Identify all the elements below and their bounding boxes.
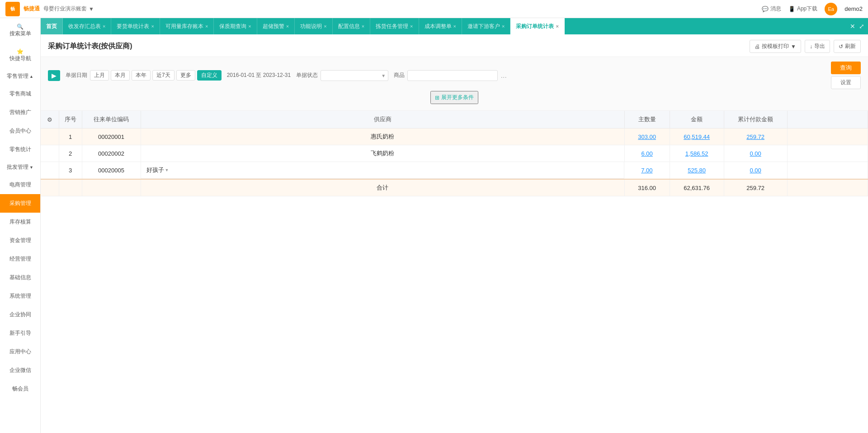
top-bar-right: 💬 消息 📱 App下载 Ea demo2 — [762, 3, 863, 15]
expand-more-icon: ⊞ — [435, 95, 439, 101]
message-button[interactable]: 💬 消息 — [762, 5, 781, 13]
refresh-label: 刷新 — [845, 43, 856, 50]
search-button[interactable]: 查询 — [831, 62, 861, 74]
footer-label: 合计 — [141, 179, 624, 196]
sidebar-item-finance[interactable]: 资金管理 — [0, 231, 40, 250]
sidebar-item-ecommerce[interactable]: 电商管理 — [0, 176, 40, 194]
goods-filter-item: 商品 … — [394, 70, 507, 81]
tab-invite-downstream-close[interactable]: × — [502, 24, 505, 29]
col-settings-header[interactable]: ⚙ — [41, 111, 59, 128]
print-arrow-icon: ▼ — [791, 43, 796, 50]
sidebar-item-retail-shop[interactable]: 零售商城 — [0, 85, 40, 103]
date-shortcut-more[interactable]: 更多 — [176, 70, 195, 81]
sidebar-item-basic[interactable]: 基础信息 — [0, 268, 40, 287]
tab-purchase-stats[interactable]: 要货单统计表 × — [111, 18, 160, 34]
export-button[interactable]: ↓ 导出 — [805, 40, 830, 53]
print-button[interactable]: 🖨 按模板打印 ▼ — [750, 40, 801, 53]
sidebar-item-retail[interactable]: 零售管理 ▲ — [0, 68, 40, 85]
row2-code: 00020002 — [82, 145, 141, 162]
workspace-selector[interactable]: 母婴行业演示账套 ▼ — [43, 5, 94, 13]
tab-invite-downstream[interactable]: 邀请下游客户 × — [462, 18, 510, 34]
tab-config[interactable]: 配置信息 × — [333, 18, 370, 34]
col-amount-header: 金额 — [670, 111, 724, 128]
nav-tab-actions: ✕ ⤢ — [846, 23, 868, 30]
goods-more-button[interactable]: … — [500, 72, 507, 79]
sidebar-item-member[interactable]: 会员中心 — [0, 122, 40, 140]
goods-filter-label: 商品 — [394, 71, 405, 79]
date-custom-button[interactable]: 自定义 — [197, 70, 222, 81]
tab-cost-adjust-close[interactable]: × — [453, 24, 456, 29]
sidebar-item-marketing[interactable]: 营销推广 — [0, 103, 40, 122]
top-bar: 畅 畅捷通 母婴行业演示账套 ▼ 💬 消息 📱 App下载 Ea demo2 — [0, 0, 868, 18]
tab-inventory-account[interactable]: 可用量库存账本 × — [160, 18, 214, 34]
user-avatar[interactable]: Ea — [825, 3, 837, 15]
tab-function-desc-close[interactable]: × — [324, 24, 326, 29]
tab-receive-summary[interactable]: 收发存汇总表 × — [63, 18, 111, 34]
sidebar-item-appcenter[interactable]: 应用中心 — [0, 343, 40, 361]
page-title: 采购订单统计表(按供应商) — [48, 42, 132, 51]
sidebar-item-search[interactable]: 🔍 搜索菜单 — [0, 18, 40, 43]
footer-settings — [41, 179, 59, 196]
tab-inventory-account-close[interactable]: × — [205, 24, 208, 29]
sidebar-item-wholesale[interactable]: 批发管理 ▼ — [0, 159, 40, 176]
expand-more-label: 展开更多条件 — [441, 94, 474, 101]
tab-pick-task[interactable]: 拣货任务管理 × — [370, 18, 419, 34]
row2-index: 2 — [59, 145, 82, 162]
app-download-button[interactable]: 📱 App下载 — [788, 5, 817, 13]
expand-more-button[interactable]: ⊞ 展开更多条件 — [430, 91, 478, 104]
sidebar-item-operations[interactable]: 经营管理 — [0, 250, 40, 268]
tab-function-desc[interactable]: 功能说明 × — [295, 18, 332, 34]
col-qty-header: 主数量 — [624, 111, 670, 128]
nav-tabs: 首页 收发存汇总表 × 要货单统计表 × 可用量库存账本 × 保质期查询 × 超… — [41, 18, 868, 34]
sidebar-item-shortcut[interactable]: ⭐ 快捷导航 — [0, 43, 40, 68]
sidebar-item-inventory[interactable]: 库存核算 — [0, 213, 40, 231]
close-all-tabs-icon[interactable]: ✕ — [850, 23, 855, 30]
row1-code: 00020001 — [82, 128, 141, 145]
refresh-button[interactable]: ↺ 刷新 — [834, 40, 861, 53]
sidebar-item-wechat[interactable]: 企业微信 — [0, 361, 40, 380]
sidebar-item-vip[interactable]: 畅会员 — [0, 380, 40, 398]
date-shortcut-last-month[interactable]: 上月 — [90, 70, 109, 81]
date-shortcut-7days[interactable]: 近7天 — [152, 70, 175, 81]
tab-overstock-close[interactable]: × — [286, 24, 289, 29]
table-settings-icon[interactable]: ⚙ — [47, 116, 52, 123]
tab-purchase-order-stats-close[interactable]: × — [556, 24, 558, 29]
tab-receive-summary-label: 收发存汇总表 — [68, 23, 101, 30]
row3-index: 3 — [59, 162, 82, 180]
tab-warranty[interactable]: 保质期查询 × — [214, 18, 257, 34]
tab-warranty-close[interactable]: × — [248, 24, 251, 29]
sidebar-item-purchase[interactable]: 采购管理 — [0, 194, 40, 213]
filter-toggle-button[interactable]: ▶ — [48, 70, 60, 81]
date-shortcuts-group: 上月 本月 本年 近7天 更多 自定义 — [90, 70, 222, 81]
filter-row-1: ▶ 单据日期 上月 本月 本年 近7天 更多 自定义 2016-0 — [48, 62, 861, 89]
row3-extra — [787, 162, 868, 180]
tab-purchase-stats-close[interactable]: × — [151, 24, 154, 29]
sidebar-item-enterprise[interactable]: 企业协同 — [0, 305, 40, 324]
maximize-icon[interactable]: ⤢ — [859, 23, 864, 30]
goods-filter-input[interactable] — [407, 70, 498, 81]
page-content: 采购订单统计表(按供应商) 🖨 按模板打印 ▼ ↓ 导出 ↺ 刷新 — [41, 34, 868, 433]
tab-cost-adjust[interactable]: 成本调整单 × — [419, 18, 462, 34]
date-shortcut-this-month[interactable]: 本月 — [111, 70, 130, 81]
top-bar-left: 畅 畅捷通 母婴行业演示账套 ▼ — [5, 2, 94, 16]
settings-button[interactable]: 设置 — [831, 76, 861, 89]
tab-receive-summary-close[interactable]: × — [103, 24, 105, 29]
tab-pick-task-close[interactable]: × — [410, 24, 413, 29]
tab-purchase-order-stats[interactable]: 采购订单统计表 × — [510, 18, 564, 34]
search-actions: 查询 设置 — [831, 62, 861, 89]
tab-purchase-stats-label: 要货单统计表 — [117, 23, 149, 30]
content-area: 首页 收发存汇总表 × 要货单统计表 × 可用量库存账本 × 保质期查询 × 超… — [41, 18, 868, 433]
status-select[interactable] — [321, 70, 388, 81]
sidebar-item-retail-stats[interactable]: 零售统计 — [0, 140, 40, 159]
row2-amount: 1,586.52 — [670, 145, 724, 162]
date-shortcut-this-year[interactable]: 本年 — [132, 70, 151, 81]
sidebar-item-newbie[interactable]: 新手引导 — [0, 324, 40, 343]
row3-supplier: 好孩子▼ — [141, 162, 625, 179]
footer-qty: 316.00 — [624, 179, 670, 196]
sidebar-item-system[interactable]: 系统管理 — [0, 287, 40, 305]
tab-overstock[interactable]: 超储预警 × — [257, 18, 295, 34]
tab-config-close[interactable]: × — [362, 24, 364, 29]
status-filter-item: 单据状态 — [296, 70, 388, 81]
row3-paid: 0.00 — [724, 162, 787, 180]
tab-home[interactable]: 首页 — [41, 18, 63, 34]
